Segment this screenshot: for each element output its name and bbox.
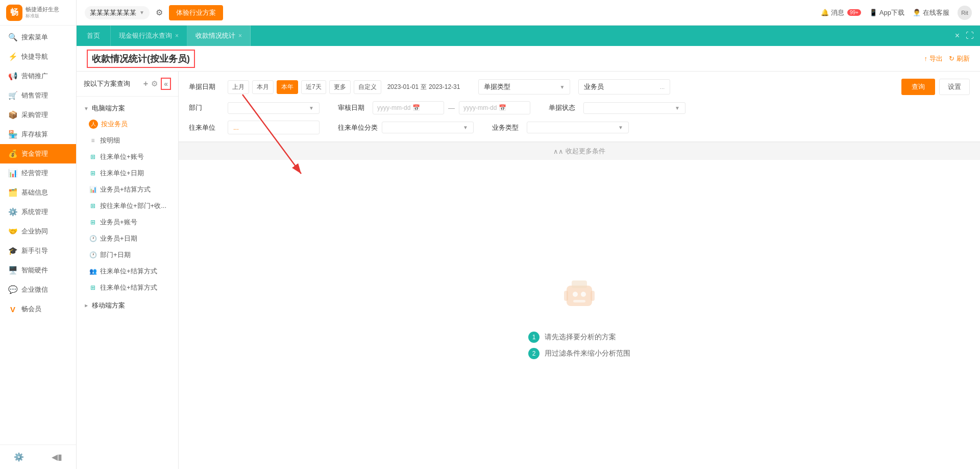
- sidebar-item-sales[interactable]: 🛒 销售管理: [0, 86, 76, 105]
- sidebar-item-label: 采购管理: [21, 110, 48, 120]
- step-2-number: 2: [528, 348, 540, 359]
- tab-receipt[interactable]: 收款情况统计 ×: [187, 26, 251, 46]
- partner-more-icon[interactable]: ...: [233, 124, 239, 131]
- add-scheme-button[interactable]: +: [143, 79, 148, 88]
- notification-btn[interactable]: 🔔 消息 99+: [821, 8, 861, 17]
- sidebar-item-system[interactable]: ⚙️ 系统管理: [0, 202, 76, 222]
- scheme-salesperson-payment[interactable]: 📊 业务员+结算方式: [77, 181, 178, 198]
- review-date-label: 审核日期: [338, 103, 369, 112]
- sidebar-item-search[interactable]: 🔍 搜索菜单: [0, 28, 76, 47]
- mobile-group-arrow-icon: ▼: [83, 303, 89, 308]
- sidebar-item-guide[interactable]: 🎓 新手引导: [0, 241, 76, 261]
- business-type-dropdown-arrow-icon: ▼: [618, 125, 623, 130]
- table-icon2: ⊞: [89, 169, 97, 177]
- left-panel: 按以下方案查询 + ⚙ « ▼ 电脑端方案: [77, 72, 179, 469]
- scheme-partner-payment2[interactable]: ⊞ 往来单位+结算方式: [77, 279, 178, 296]
- date-btn-7days[interactable]: 近7天: [301, 80, 326, 94]
- desktop-group-header[interactable]: ▼ 电脑端方案: [77, 101, 178, 116]
- partner-cat-dropdown-arrow-icon: ▼: [463, 125, 468, 130]
- export-button[interactable]: ↑ 导出: [924, 54, 943, 63]
- sidebar-item-member[interactable]: V 畅会员: [0, 299, 76, 319]
- scheme-by-salesperson[interactable]: 人 按业务员: [77, 116, 178, 132]
- business-type-select[interactable]: ▼: [527, 122, 629, 133]
- bill-status-select[interactable]: ▼: [583, 102, 685, 114]
- search-icon: 🔍: [8, 33, 17, 42]
- svg-point-4: [573, 292, 578, 297]
- sidebar-item-label: 企业微信: [21, 285, 48, 294]
- wechat-icon: 💬: [8, 285, 17, 294]
- date-btn-this-month[interactable]: 本月: [252, 80, 274, 94]
- tab-home[interactable]: 首页: [77, 26, 111, 46]
- collapse-sidebar-btn[interactable]: ◀▮: [48, 449, 65, 465]
- sidebar-item-wechat[interactable]: 💬 企业微信: [0, 280, 76, 299]
- scheme-by-detail[interactable]: ≡ 按明细: [77, 132, 178, 149]
- svg-point-5: [581, 292, 586, 297]
- header-settings-icon[interactable]: ⚙: [156, 8, 163, 17]
- left-panel-header: 按以下方案查询 + ⚙ «: [77, 72, 178, 97]
- left-panel-title: 按以下方案查询: [84, 79, 130, 88]
- sidebar-bottom: ⚙️ ◀▮: [0, 444, 76, 469]
- user-avatar[interactable]: Rit: [958, 6, 972, 20]
- mobile-group-header[interactable]: ▼ 移动端方案: [77, 298, 178, 313]
- table-icon4: ⊞: [89, 218, 97, 226]
- partner-category-select[interactable]: ▼: [382, 122, 474, 133]
- collapse-chevron-icon: ∧∧: [553, 148, 564, 155]
- scheme-settings-icon[interactable]: ⚙: [151, 79, 158, 88]
- scheme-label: 按业务员: [101, 120, 128, 129]
- scheme-dept-date[interactable]: 🕐 部门+日期: [77, 247, 178, 263]
- sidebar-item-hardware[interactable]: 🖥️ 智能硬件: [0, 261, 76, 280]
- empty-state-area: 1 请先选择要分析的方案 2 用过滤条件来缩小分析范围: [179, 160, 980, 469]
- sidebar-item-cooperation[interactable]: 🤝 企业协同: [0, 222, 76, 241]
- review-date-from[interactable]: yyyy-mm-dd 📅: [373, 101, 444, 114]
- date-btn-more[interactable]: 更多: [329, 80, 351, 94]
- review-date-to[interactable]: yyyy-mm-dd 📅: [459, 101, 530, 114]
- dept-select[interactable]: ▼: [228, 102, 320, 114]
- table-icon: ⊞: [89, 153, 97, 161]
- sidebar-item-marketing[interactable]: 📢 营销推广: [0, 66, 76, 86]
- settings-gear-btn[interactable]: ⚙️: [11, 449, 27, 465]
- tab-receipt-close-icon[interactable]: ×: [238, 32, 242, 39]
- refresh-button[interactable]: ↻ 刷新: [949, 54, 970, 63]
- query-button[interactable]: 查询: [901, 79, 935, 95]
- app-download-btn[interactable]: 📱 App下载: [869, 8, 904, 17]
- sidebar-item-quicknav[interactable]: ⚡ 快捷导航: [0, 47, 76, 66]
- date-btn-custom[interactable]: 自定义: [354, 80, 381, 94]
- calendar-icon: 📅: [412, 104, 420, 111]
- sidebar-item-finance[interactable]: 💰 资金管理: [0, 144, 76, 163]
- scheme-partner-dept-receipt[interactable]: ⊞ 按往来单位+部门+收...: [77, 198, 178, 214]
- trial-button[interactable]: 体验行业方案: [169, 5, 223, 20]
- scheme-salesperson-account[interactable]: ⊞ 业务员+账号: [77, 214, 178, 230]
- tab-bar: 首页 现金银行流水查询 × 收款情况统计 × × ⛶: [77, 26, 980, 46]
- sidebar-item-label: 快捷导航: [21, 52, 48, 61]
- dept-label: 部门: [189, 103, 219, 112]
- logo-text: 畅捷通好生意: [26, 6, 59, 13]
- online-service-btn[interactable]: 👨‍💼 在线客服: [913, 8, 949, 17]
- sidebar-item-operation[interactable]: 📊 经营管理: [0, 163, 76, 183]
- collapse-more-button[interactable]: ∧∧ 收起更多条件: [179, 142, 980, 160]
- date-btn-this-year[interactable]: 本年: [277, 80, 298, 94]
- sidebar-item-label: 智能硬件: [21, 266, 48, 275]
- partner-select[interactable]: ...: [228, 121, 320, 134]
- quicknav-icon: ⚡: [8, 52, 17, 61]
- sidebar-item-inventory[interactable]: 🏪 库存核算: [0, 125, 76, 144]
- step-1-text: 请先选择要分析的方案: [545, 333, 616, 342]
- scheme-partner-account[interactable]: ⊞ 往来单位+账号: [77, 149, 178, 165]
- bill-type-select[interactable]: 单据类型 ▼: [478, 79, 570, 95]
- scheme-label: 往来单位+结算方式: [100, 283, 157, 292]
- collapse-panel-button[interactable]: «: [161, 78, 171, 90]
- sidebar-item-purchase[interactable]: 📦 采购管理: [0, 105, 76, 125]
- tab-bank-close-icon[interactable]: ×: [175, 32, 179, 39]
- sidebar-item-basic[interactable]: 🗂️ 基础信息: [0, 183, 76, 202]
- empty-robot-icon: [554, 270, 605, 321]
- settings-button[interactable]: 设置: [939, 79, 970, 95]
- tab-expand-icon[interactable]: ⛶: [966, 31, 974, 40]
- tab-bank[interactable]: 现金银行流水查询 ×: [111, 26, 187, 46]
- scheme-salesperson-date[interactable]: 🕐 业务员+日期: [77, 230, 178, 247]
- table-icon3: ⊞: [89, 202, 97, 210]
- scheme-partner-payment1[interactable]: 👥 往来单位+结算方式: [77, 263, 178, 279]
- tab-close-all-icon[interactable]: ×: [955, 31, 960, 40]
- date-btn-last-month[interactable]: 上月: [228, 80, 249, 94]
- user-info[interactable]: 某某某某某某某 ▼: [85, 6, 150, 19]
- scheme-partner-date[interactable]: ⊞ 往来单位+日期: [77, 165, 178, 181]
- salesperson-select[interactable]: 业务员 …: [578, 79, 670, 95]
